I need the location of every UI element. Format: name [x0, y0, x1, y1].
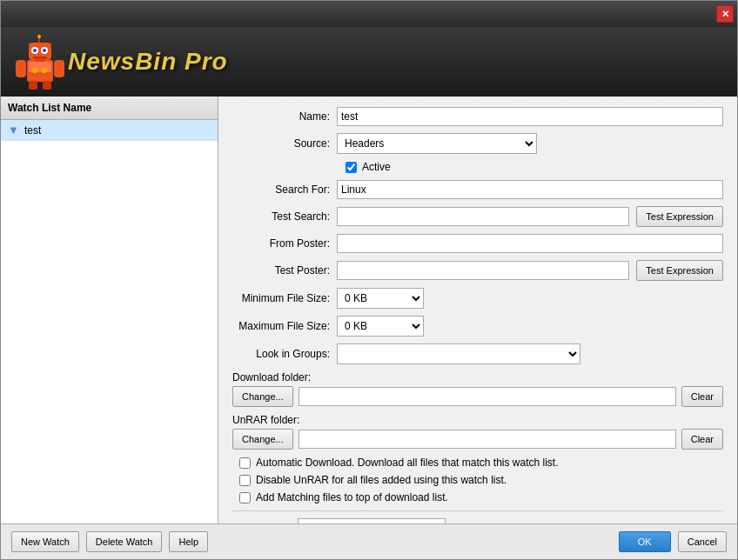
- unrar-folder-input[interactable]: [299, 430, 676, 449]
- add-matching-label: Add Matching files to top of download li…: [256, 491, 448, 503]
- disable-unrar-label: Disable UnRAR for all files added using …: [256, 474, 507, 486]
- unrar-folder-row: UnRAR folder: Change... Clear: [232, 414, 723, 450]
- test-expression-button-1[interactable]: Test Expression: [636, 206, 723, 227]
- auto-download-option: Automatic Download. Download all files t…: [239, 457, 723, 469]
- auto-download-label: Automatic Download. Download all files t…: [256, 457, 559, 469]
- svg-point-14: [42, 68, 47, 73]
- active-label: Active: [362, 161, 391, 173]
- disable-unrar-checkbox[interactable]: [239, 475, 251, 486]
- search-for-row: Search For:: [232, 180, 723, 199]
- download-folder-input-row: Change... Clear: [232, 386, 723, 407]
- main-window: ✕: [0, 0, 738, 560]
- bottom-right-buttons: OK Cancel: [619, 531, 727, 552]
- bottom-bar: New Watch Delete Watch Help OK Cancel: [1, 523, 737, 559]
- filter-profile-row: Filter Profile: Filters that apply to Wa…: [232, 510, 723, 523]
- min-file-size-row: Minimum File Size: 0 KB 1 KB 10 KB 100 K…: [232, 288, 723, 309]
- new-watch-button[interactable]: New Watch: [11, 531, 79, 552]
- test-poster-row: Test Poster: Test Expression: [232, 260, 723, 281]
- options-checkboxes: Automatic Download. Download all files t…: [232, 457, 723, 503]
- test-poster-input[interactable]: [337, 261, 629, 280]
- max-file-size-select[interactable]: 0 KB 1 KB 10 KB 100 KB 1 MB: [337, 316, 424, 337]
- svg-rect-8: [36, 58, 44, 62]
- main-content: Watch List Name ▼ test Name: Source: Hea…: [1, 97, 737, 523]
- svg-point-5: [33, 49, 37, 52]
- add-matching-checkbox[interactable]: [239, 492, 251, 503]
- test-search-row: Test Search: Test Expression: [232, 206, 723, 227]
- from-poster-input[interactable]: [337, 234, 723, 253]
- from-poster-row: From Poster:: [232, 234, 723, 253]
- auto-download-checkbox[interactable]: [239, 457, 251, 469]
- svg-point-16: [37, 35, 41, 38]
- unrar-folder-input-row: Change... Clear: [232, 429, 723, 450]
- cancel-button[interactable]: Cancel: [678, 531, 727, 552]
- change-unrar-folder-button[interactable]: Change...: [232, 429, 293, 450]
- watch-list-header: Watch List Name: [1, 97, 218, 120]
- search-for-input[interactable]: [337, 180, 723, 199]
- download-folder-input[interactable]: [299, 387, 676, 406]
- change-download-folder-button[interactable]: Change...: [232, 386, 293, 407]
- svg-rect-11: [29, 81, 37, 90]
- unrar-folder-label: UnRAR folder:: [232, 414, 723, 426]
- max-file-size-row: Maximum File Size: 0 KB 1 KB 10 KB 100 K…: [232, 316, 723, 337]
- max-file-size-label: Maximum File Size:: [232, 320, 337, 332]
- svg-point-13: [32, 68, 37, 73]
- test-search-label: Test Search:: [232, 210, 337, 223]
- help-button[interactable]: Help: [169, 531, 208, 552]
- active-row: Active: [232, 161, 723, 173]
- from-poster-label: From Poster:: [232, 237, 337, 250]
- look-in-groups-label: Look in Groups:: [232, 348, 337, 360]
- download-folder-label: Download folder:: [232, 371, 723, 383]
- funnel-icon: ▼: [8, 123, 19, 137]
- delete-watch-button[interactable]: Delete Watch: [86, 531, 163, 552]
- test-poster-label: Test Poster:: [232, 264, 337, 277]
- test-expression-button-2[interactable]: Test Expression: [636, 260, 723, 281]
- svg-rect-12: [43, 81, 51, 90]
- header-banner: NewsBin Pro: [1, 27, 737, 97]
- disable-unrar-option: Disable UnRAR for all files added using …: [239, 474, 723, 486]
- add-matching-option: Add Matching files to top of download li…: [239, 491, 723, 503]
- min-file-size-label: Minimum File Size:: [232, 292, 337, 304]
- clear-download-folder-button[interactable]: Clear: [681, 386, 723, 407]
- source-select[interactable]: Headers Bodies Subject NZB: [337, 133, 537, 154]
- name-input[interactable]: [337, 107, 723, 126]
- test-search-input[interactable]: [337, 207, 629, 226]
- watch-list-items: ▼ test: [1, 120, 218, 523]
- right-panel: Name: Source: Headers Bodies Subject NZB…: [218, 97, 737, 523]
- active-checkbox[interactable]: [346, 162, 357, 173]
- source-row: Source: Headers Bodies Subject NZB: [232, 133, 723, 154]
- svg-point-6: [43, 49, 46, 52]
- look-in-groups-select[interactable]: [337, 343, 580, 364]
- watch-list-item[interactable]: ▼ test: [1, 120, 218, 141]
- min-file-size-select[interactable]: 0 KB 1 KB 10 KB 100 KB 1 MB: [337, 288, 424, 309]
- close-button[interactable]: ✕: [716, 5, 734, 23]
- logo-area: NewsBin Pro: [11, 34, 228, 90]
- logo-text: NewsBin Pro: [68, 48, 228, 76]
- titlebar: ✕: [1, 1, 737, 27]
- svg-rect-1: [29, 62, 51, 72]
- robot-logo-icon: [11, 34, 68, 90]
- svg-rect-10: [54, 60, 64, 77]
- name-label: Name:: [232, 110, 337, 123]
- clear-unrar-folder-button[interactable]: Clear: [681, 429, 723, 450]
- source-label: Source:: [232, 137, 337, 150]
- ok-button[interactable]: OK: [619, 531, 671, 552]
- svg-rect-9: [16, 60, 26, 77]
- left-panel: Watch List Name ▼ test: [1, 97, 218, 523]
- watch-item-label: test: [24, 124, 41, 137]
- look-in-groups-row: Look in Groups:: [232, 343, 723, 364]
- name-row: Name:: [232, 107, 723, 126]
- download-folder-row: Download folder: Change... Clear: [232, 371, 723, 407]
- search-for-label: Search For:: [232, 183, 337, 196]
